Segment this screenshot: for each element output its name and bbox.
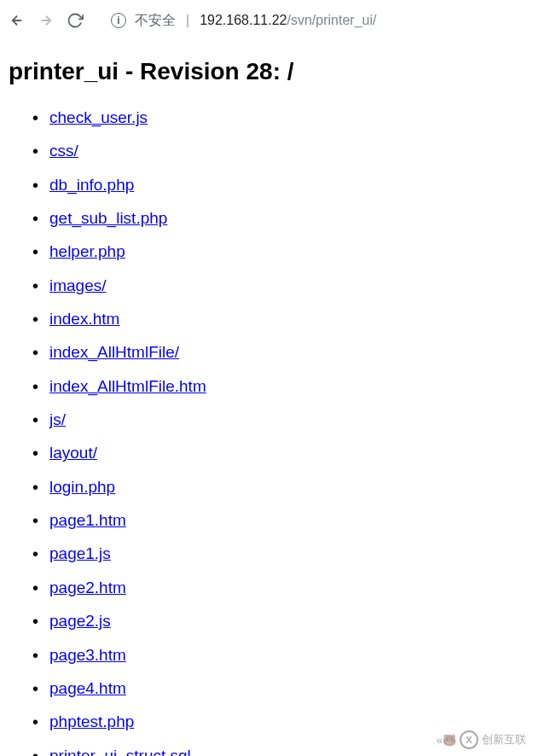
- file-link[interactable]: helper.php: [49, 242, 125, 260]
- file-link[interactable]: index.htm: [49, 310, 119, 328]
- info-icon[interactable]: i: [111, 13, 126, 28]
- file-link[interactable]: index_AllHtmlFile.htm: [49, 377, 206, 395]
- list-item: get_sub_list.php: [49, 205, 524, 231]
- file-link[interactable]: db_info.php: [49, 176, 134, 194]
- list-item: js/: [49, 406, 524, 433]
- list-item: index.htm: [49, 305, 524, 332]
- divider: |: [186, 13, 189, 28]
- watermark-text: 创新互联: [482, 732, 526, 747]
- list-item: page1.js: [49, 540, 524, 567]
- file-link[interactable]: login.php: [49, 478, 115, 496]
- list-item: page2.htm: [49, 574, 524, 601]
- list-item: images/: [49, 272, 524, 299]
- watermark: «🐻 X 创新互联: [437, 730, 526, 749]
- back-button[interactable]: [9, 12, 26, 29]
- forward-button[interactable]: [38, 12, 55, 29]
- file-link[interactable]: check_user.js: [49, 108, 148, 126]
- page-content: printer_ui - Revision 28: / check_user.j…: [0, 41, 533, 756]
- file-link[interactable]: page4.htm: [49, 679, 126, 697]
- url-path: /svn/printer_ui/: [287, 13, 376, 27]
- file-link[interactable]: printer_ui_struct.sql: [49, 747, 191, 756]
- file-link[interactable]: page2.htm: [49, 579, 126, 596]
- file-list: check_user.js css/ db_info.php get_sub_l…: [9, 104, 524, 756]
- file-link[interactable]: css/: [49, 142, 78, 160]
- browser-toolbar: i 不安全 | 192.168.11.22/svn/printer_ui/: [0, 0, 533, 41]
- file-link[interactable]: phptest.php: [49, 712, 134, 730]
- list-item: page3.htm: [49, 642, 524, 668]
- file-link[interactable]: page2.js: [49, 612, 111, 630]
- list-item: check_user.js: [49, 104, 524, 131]
- list-item: page1.htm: [49, 507, 524, 533]
- list-item: page4.htm: [49, 675, 524, 701]
- file-link[interactable]: js/: [49, 410, 66, 428]
- security-label: 不安全: [135, 12, 176, 30]
- file-link[interactable]: page1.js: [49, 544, 111, 562]
- file-link[interactable]: page1.htm: [49, 511, 126, 529]
- file-link[interactable]: index_AllHtmlFile/: [49, 343, 179, 361]
- url-text: 192.168.11.22/svn/printer_ui/: [200, 13, 376, 28]
- list-item: page2.js: [49, 608, 524, 634]
- list-item: css/: [49, 137, 524, 164]
- address-bar[interactable]: i 不安全 | 192.168.11.22/svn/printer_ui/: [111, 12, 524, 30]
- watermark-logo-icon: X: [460, 730, 478, 749]
- watermark-prefix: «🐻: [437, 734, 456, 747]
- file-link[interactable]: layout/: [49, 444, 97, 462]
- list-item: index_AllHtmlFile.htm: [49, 373, 524, 399]
- list-item: layout/: [49, 439, 524, 466]
- list-item: db_info.php: [49, 172, 524, 198]
- reload-button[interactable]: [67, 12, 84, 29]
- file-link[interactable]: get_sub_list.php: [49, 209, 167, 227]
- file-link[interactable]: images/: [49, 276, 107, 294]
- list-item: index_AllHtmlFile/: [49, 339, 524, 365]
- page-title: printer_ui - Revision 28: /: [9, 58, 524, 85]
- url-host: 192.168.11.22: [200, 13, 287, 27]
- list-item: helper.php: [49, 238, 524, 265]
- file-link[interactable]: page3.htm: [49, 646, 126, 664]
- list-item: login.php: [49, 474, 524, 500]
